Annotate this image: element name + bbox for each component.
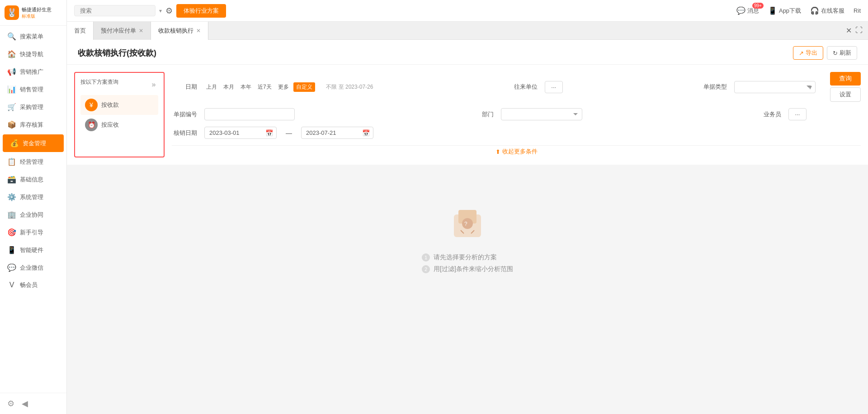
topbar-left: ▾ ⚙ 体验行业方案	[74, 4, 731, 18]
doc-no-label: 单据编号	[172, 110, 197, 119]
staff-select-btn[interactable]: ···	[788, 108, 807, 120]
collapse-panel-icon[interactable]: »	[149, 80, 158, 89]
sidebar-item-enterprise[interactable]: 🏢企业协同	[0, 206, 66, 224]
expand-tab-icon[interactable]: ⛶	[855, 26, 863, 35]
hardware-icon: 📱	[7, 246, 16, 254]
logo-area: 🐰 畅捷通好生意 标准版	[0, 0, 66, 26]
query-button[interactable]: 查询	[830, 72, 861, 86]
doc-no-input[interactable]	[204, 108, 295, 120]
sidebar-item-basic-info[interactable]: 🗃️基础信息	[0, 171, 66, 188]
content-area: 收款核销执行(按收款) ↗ 导出 ↻ 刷新 按以下方案查询 »	[67, 40, 868, 414]
quick-nav-icon: 🏠	[7, 50, 16, 58]
sidebar-item-hardware[interactable]: 📱智能硬件	[0, 241, 66, 259]
sidebar-item-system[interactable]: ⚙️系统管理	[0, 188, 66, 206]
receipt-option-label: 按收款	[101, 101, 119, 109]
sidebar-item-label-basic-info: 基础信息	[20, 176, 43, 184]
export-button[interactable]: ↗ 导出	[793, 46, 823, 60]
filter-option-by-receipt[interactable]: ¥ 按收款	[80, 95, 158, 115]
calendar-end-icon[interactable]: 📅	[362, 129, 370, 137]
tab-collect-verify[interactable]: 收款核销执行✕	[151, 22, 208, 40]
filter-row-3: 核销日期 📅 — 📅	[172, 127, 861, 139]
app-download-button[interactable]: 📱 App下载	[768, 6, 801, 15]
message-count: 99+	[752, 3, 764, 9]
empty-state: ? 1 请先选择要分析的方案 2 用[过滤]条件来缩小分析范围	[67, 165, 868, 291]
last-7days-btn[interactable]: 近7天	[256, 82, 274, 92]
online-service-button[interactable]: 🎧 在线客服	[810, 6, 844, 15]
sidebar-item-member[interactable]: V畅会员	[0, 276, 66, 294]
service-label: 在线客服	[821, 7, 844, 15]
sidebar-item-label-operations: 经营管理	[20, 158, 43, 166]
sidebar-item-inventory[interactable]: 📦库存核算	[0, 116, 66, 133]
sidebar-item-search[interactable]: 🔍搜索菜单	[0, 28, 66, 45]
search-icon: 🔍	[7, 32, 16, 41]
tab-prepay[interactable]: 预付冲应付单✕	[94, 22, 151, 40]
gear-icon[interactable]: ⚙	[165, 6, 173, 16]
empty-illustration: ?	[445, 201, 490, 246]
collapse-more-label: 收起更多条件	[502, 148, 538, 156]
purchase-icon: 🛒	[7, 103, 16, 111]
industry-btn[interactable]: 体验行业方案	[176, 4, 226, 18]
sidebar-item-label-finance: 资金管理	[23, 139, 46, 148]
filter-option-by-receivable[interactable]: ⏰ 按应收	[80, 115, 158, 135]
tab-label-collect-verify: 收款核销执行	[158, 27, 193, 35]
tab-home[interactable]: 首页	[67, 22, 94, 40]
service-icon: 🎧	[810, 6, 819, 15]
settings-icon[interactable]: ⚙	[7, 399, 14, 409]
last-month-btn[interactable]: 上月	[204, 82, 219, 92]
sidebar-item-purchase[interactable]: 🛒采购管理	[0, 98, 66, 116]
counterpart-select-btn[interactable]: ···	[545, 81, 563, 93]
date-shortcuts-area: 上月 本月 本年 近7天 更多 自定义	[204, 82, 315, 92]
sidebar-item-label-purchase: 采购管理	[20, 103, 43, 111]
tab-close-collect-verify[interactable]: ✕	[196, 28, 201, 34]
custom-btn[interactable]: 自定义	[293, 82, 315, 92]
empty-tip-1: 1 请先选择要分析的方案	[422, 253, 513, 262]
doc-type-label: 单据类型	[702, 83, 727, 91]
enterprise-icon: 🏢	[7, 210, 16, 219]
filter-fields: 日期 上月 本月 本年 近7天 更多 自定义 不限 至 2023-	[172, 72, 868, 157]
sidebar-item-newbie[interactable]: 🎯新手引导	[0, 224, 66, 241]
setting-button[interactable]: 设置	[830, 87, 861, 102]
this-year-btn[interactable]: 本年	[239, 82, 253, 92]
receipt-option-icon: ¥	[85, 99, 98, 111]
sidebar: 🐰 畅捷通好生意 标准版 🔍搜索菜单🏠快捷导航📢营销推广📊销售管理🛒采购管理📦库…	[0, 0, 67, 414]
user-name[interactable]: Rit	[854, 7, 861, 14]
sidebar-item-label-newbie: 新手引导	[20, 228, 43, 237]
search-input[interactable]	[74, 5, 156, 16]
sidebar-item-label-system: 系统管理	[20, 193, 43, 201]
close-tab-icon[interactable]: ✕	[846, 26, 852, 35]
date-label: 日期	[172, 83, 197, 91]
tab-label-home: 首页	[74, 27, 86, 35]
inventory-icon: 📦	[7, 120, 16, 129]
doc-type-select[interactable]	[734, 81, 816, 93]
sidebar-item-finance[interactable]: 💰资金管理	[3, 134, 64, 152]
sidebar-bottom: ⚙ ◀	[0, 393, 66, 414]
this-month-btn[interactable]: 本月	[222, 82, 236, 92]
sidebar-item-marketing[interactable]: 📢营销推广	[0, 63, 66, 81]
filter-row-1: 日期 上月 本月 本年 近7天 更多 自定义 不限 至 2023-	[172, 72, 861, 102]
dept-select[interactable]	[501, 108, 582, 120]
header-actions: ↗ 导出 ↻ 刷新	[793, 46, 857, 60]
sidebar-item-wecom[interactable]: 💬企业微信	[0, 259, 66, 276]
empty-tips: 1 请先选择要分析的方案 2 用[过滤]条件来缩小分析范围	[422, 253, 513, 273]
sidebar-item-sales[interactable]: 📊销售管理	[0, 81, 66, 98]
tip-num-2: 2	[422, 265, 430, 273]
message-button[interactable]: 💬 消息 99+	[736, 6, 759, 15]
refresh-button[interactable]: ↻ 刷新	[827, 46, 857, 60]
app-icon: 📱	[768, 6, 777, 15]
wecom-icon: 💬	[7, 263, 16, 272]
more-btn[interactable]: 更多	[276, 82, 291, 92]
tab-close-prepay[interactable]: ✕	[139, 28, 143, 34]
tab-controls: ✕⛶	[840, 26, 868, 35]
sidebar-item-label-wecom: 企业微信	[20, 264, 43, 272]
chevron-down-icon[interactable]: ▾	[159, 8, 162, 14]
tip-text-2: 用[过滤]条件来缩小分析范围	[434, 265, 513, 273]
export-icon: ↗	[799, 50, 804, 57]
sidebar-item-operations[interactable]: 📋经营管理	[0, 153, 66, 171]
sidebar-item-quick-nav[interactable]: 🏠快捷导航	[0, 45, 66, 63]
collapse-more-btn[interactable]: ⬆ 收起更多条件	[172, 145, 861, 157]
empty-tip-2: 2 用[过滤]条件来缩小分析范围	[422, 265, 513, 273]
sidebar-item-label-member: 畅会员	[20, 281, 38, 289]
receivable-option-icon: ⏰	[85, 119, 98, 131]
collapse-sidebar-icon[interactable]: ◀	[22, 399, 28, 409]
calendar-start-icon[interactable]: 📅	[265, 129, 273, 137]
